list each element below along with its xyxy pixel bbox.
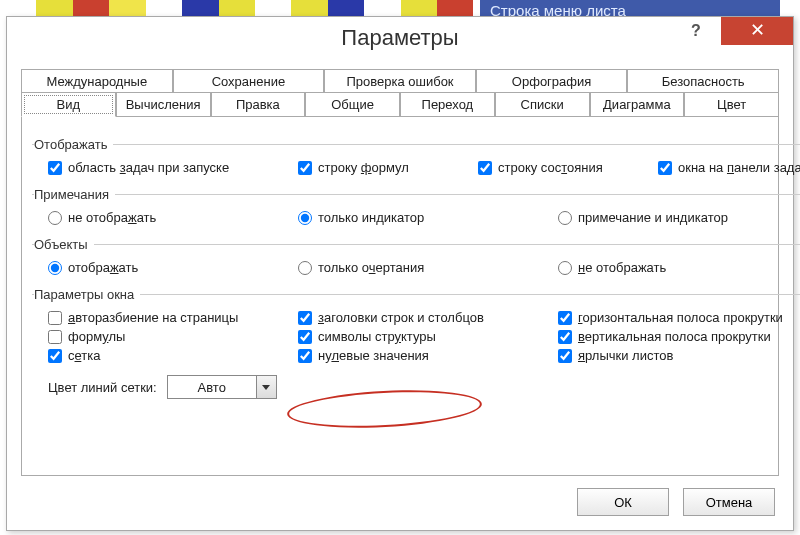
chevron-down-icon[interactable] [256,376,276,398]
tab-general[interactable]: Общие [305,92,400,117]
grid-color-value: Авто [168,380,256,395]
grid-color-combobox[interactable]: Авто [167,375,277,399]
close-icon: ✕ [750,20,765,40]
radio-comments-none[interactable]: не отображать [48,208,298,227]
tab-row-2: Вид Вычисления Правка Общие Переход Спис… [21,92,779,117]
group-comments: Примечания не отображать только индикато… [32,187,800,229]
tab-international[interactable]: Международные [21,69,173,93]
tab-lists[interactable]: Списки [495,92,590,117]
group-window-legend: Параметры окна [34,287,140,302]
tab-transition[interactable]: Переход [400,92,495,117]
tab-error-checking[interactable]: Проверка ошибок [324,69,476,93]
radio-objects-hide[interactable]: не отображать [558,258,800,277]
tab-calculation[interactable]: Вычисления [116,92,211,117]
titlebar: Параметры ? ✕ [7,17,793,61]
group-comments-legend: Примечания [34,187,115,202]
options-dialog: Параметры ? ✕ Международные Сохранение П… [6,16,794,531]
group-display-legend: Отображать [34,137,113,152]
tab-edit[interactable]: Правка [211,92,306,117]
radio-comments-both[interactable]: примечание и индикатор [558,208,800,227]
radio-comments-indicator[interactable]: только индикатор [298,208,558,227]
view-tab-panel: Отображать область задач при запуске стр… [21,116,779,476]
tab-color[interactable]: Цвет [684,92,779,117]
checkbox-task-pane[interactable]: область задач при запуске [48,158,298,177]
checkbox-hscroll[interactable]: горизонтальная полоса прокрутки [558,308,800,327]
checkbox-windows-taskbar[interactable]: окна на панели задач [658,158,800,177]
checkbox-zeros[interactable]: нулевые значения [298,346,558,365]
tab-spelling[interactable]: Орфография [476,69,628,93]
tab-chart[interactable]: Диаграмма [590,92,685,117]
close-button[interactable]: ✕ [721,17,793,45]
tab-security[interactable]: Безопасность [627,69,779,93]
checkbox-formulas[interactable]: формулы [48,327,298,346]
tab-save[interactable]: Сохранение [173,69,325,93]
checkbox-outline[interactable]: символы структуры [298,327,558,346]
checkbox-vscroll[interactable]: вертикальная полоса прокрутки [558,327,800,346]
ok-button[interactable]: ОК [577,488,669,516]
group-window: Параметры окна авторазбиение на страницы… [32,287,800,401]
group-objects: Объекты отображать только очертания не о… [32,237,800,279]
help-button[interactable]: ? [671,17,721,45]
tab-row-1: Международные Сохранение Проверка ошибок… [21,69,779,92]
checkbox-formula-bar[interactable]: строку формул [298,158,478,177]
checkbox-gridlines[interactable]: сетка [48,346,298,365]
checkbox-sheet-tabs[interactable]: ярлычки листов [558,346,800,365]
group-display: Отображать область задач при запуске стр… [32,137,800,179]
radio-objects-placeholders[interactable]: только очертания [298,258,558,277]
checkbox-status-bar[interactable]: строку состояния [478,158,658,177]
checkbox-headers[interactable]: заголовки строк и столбцов [298,308,558,327]
checkbox-auto-page-break[interactable]: авторазбиение на страницы [48,308,298,327]
group-objects-legend: Объекты [34,237,94,252]
svg-marker-0 [262,385,270,390]
cancel-button[interactable]: Отмена [683,488,775,516]
grid-color-label: Цвет линий сетки: [48,380,157,395]
radio-objects-show[interactable]: отображать [48,258,298,277]
tab-view[interactable]: Вид [21,92,116,117]
